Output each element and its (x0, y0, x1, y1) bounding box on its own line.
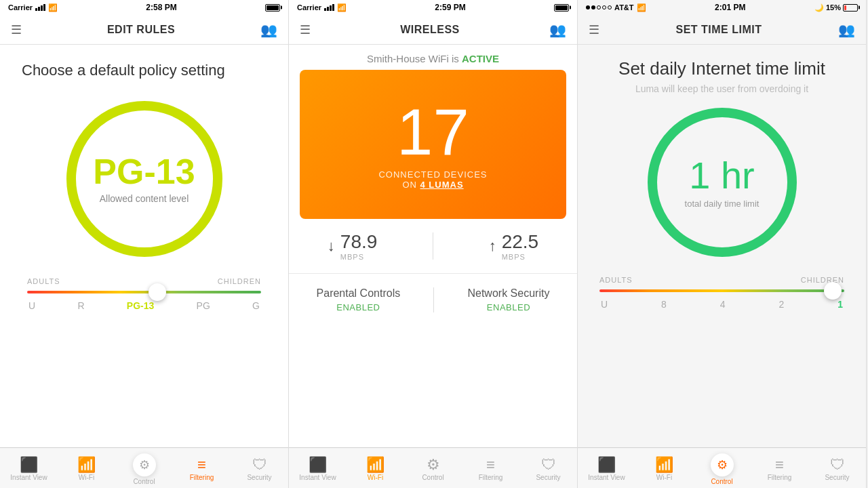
dot3 (597, 5, 601, 9)
tab-instant-view-3[interactable]: ⬛ Instant View (578, 458, 635, 481)
tab-security-2[interactable]: 🛡 Security (519, 458, 577, 481)
tab-wifi-2[interactable]: 📶 Wi-Fi (347, 458, 404, 481)
battery-fill-1 (267, 5, 279, 10)
instant-view-icon-2: ⬛ (309, 458, 327, 472)
tab-label-instant-view-1: Instant View (10, 474, 47, 481)
wifi-sym-3: 📶 (637, 3, 646, 12)
control-icon-1: ⚙ (139, 459, 150, 471)
tab-filtering-3[interactable]: ≡ Filtering (751, 458, 808, 481)
signal-2 (324, 4, 334, 11)
instant-view-icon-1: ⬛ (20, 458, 38, 472)
signal-1 (35, 4, 45, 11)
dots-signal-3 (586, 5, 612, 9)
status-bar-3: AT&T 📶 2:01 PM 🌙 15% (578, 0, 866, 15)
tab-control-2[interactable]: ⚙ Control (404, 458, 462, 481)
nav-title-2: WIRELESS (400, 24, 460, 36)
panel-wireless: Carrier 📶 2:59 PM ☰ WIRELESS 👥 Smith-Hou… (289, 0, 578, 488)
download-unit: MBPS (340, 253, 378, 261)
connected-devices-number: 17 (397, 103, 469, 161)
tick-2-3: 2 (778, 299, 784, 310)
slider-right-label: CHILDREN (218, 277, 261, 285)
panel-time-limit: AT&T 📶 2:01 PM 🌙 15% ☰ SET TIME LIMIT 👥 … (578, 0, 867, 488)
instant-view-icon-3: ⬛ (597, 458, 616, 472)
parental-controls: Parental Controls ENABLED (317, 287, 401, 312)
filtering-icon-1: ≡ (197, 458, 206, 472)
carrier-3: AT&T (614, 3, 634, 12)
security-icon-2: 🛡 (541, 458, 556, 472)
tab-wifi-3[interactable]: 📶 Wi-Fi (635, 458, 693, 481)
network-security: Network Security ENABLED (467, 287, 549, 312)
network-label: Network Security (467, 287, 549, 300)
tab-security-3[interactable]: 🛡 Security (808, 458, 866, 481)
slider-thumb-1[interactable] (149, 283, 166, 301)
users-icon-3[interactable]: 👥 (838, 22, 855, 38)
battery-icon-1 (265, 4, 280, 12)
menu-icon-3[interactable]: ☰ (589, 22, 599, 37)
menu-icon-2[interactable]: ☰ (300, 22, 311, 37)
users-icon-2[interactable]: 👥 (549, 22, 566, 38)
nav-bar-1: ☰ EDIT RULES 👥 (0, 15, 288, 45)
tab-label-wifi-1: Wi-Fi (79, 474, 94, 481)
tab-bar-3: ⬛ Instant View 📶 Wi-Fi ⚙ Control ≡ Filte… (578, 447, 866, 488)
nav-bar-2: ☰ WIRELESS 👥 (289, 15, 577, 45)
tab-label-wifi-2: Wi-Fi (368, 474, 383, 481)
time-2: 2:59 PM (435, 3, 465, 12)
security-icon-3: 🛡 (830, 458, 845, 472)
users-icon-1[interactable]: 👥 (260, 22, 277, 38)
dot4 (602, 5, 606, 9)
upload-speed: ↑ 22.5 MBPS (489, 231, 539, 261)
tab-filtering-1[interactable]: ≡ Filtering (173, 458, 231, 481)
parental-label: Parental Controls (317, 287, 401, 300)
tab-control-1[interactable]: ⚙ Control (115, 453, 173, 485)
tab-control-3[interactable]: ⚙ Control (693, 453, 751, 485)
tab-label-security-2: Security (536, 474, 560, 481)
battery-icon-3 (843, 4, 858, 12)
wifi-active-status: ACTIVE (462, 53, 499, 64)
status-bar-1: Carrier 📶 2:58 PM (0, 0, 288, 15)
slider-track-3[interactable] (599, 289, 844, 292)
security-divider-v (433, 287, 434, 312)
tab-label-control-3: Control (711, 478, 732, 485)
tab-label-security-3: Security (825, 474, 849, 481)
battery-icon-2 (554, 4, 569, 12)
tick-PG13: PG-13 (127, 300, 154, 311)
download-value-group: 78.9 MBPS (340, 231, 378, 261)
slider-labels-top: ADULTS CHILDREN (27, 277, 261, 285)
control-icon-3: ⚙ (717, 459, 728, 471)
dot1 (586, 5, 590, 9)
download-value: 78.9 (340, 231, 378, 252)
battery-1 (265, 4, 280, 12)
tab-wifi-1[interactable]: 📶 Wi-Fi (58, 458, 115, 481)
speed-divider (433, 232, 433, 260)
upload-unit: MBPS (502, 253, 539, 261)
time-circle[interactable]: 1 hr total daily time limit (648, 108, 797, 257)
wifi-sym-1: 📶 (48, 3, 58, 12)
tab-label-security-1: Security (247, 474, 271, 481)
lumas-link[interactable]: 4 LUMAS (420, 180, 464, 190)
wifi-sym-2: 📶 (337, 3, 347, 12)
control-icon-2: ⚙ (427, 458, 440, 472)
battery-2 (554, 4, 569, 12)
menu-icon-1[interactable]: ☰ (11, 22, 22, 37)
slider-track-1[interactable] (27, 291, 261, 293)
panel2-content: Smith-House WiFi is ACTIVE 17 CONNECTED … (289, 45, 577, 447)
slider-ticks-3: U 8 4 2 1 (599, 299, 844, 310)
parental-status: ENABLED (336, 302, 380, 312)
time-limit-sub: Luma will keep the user from overdoing i… (635, 83, 808, 94)
tab-circle-control-3: ⚙ (711, 453, 734, 476)
tab-bar-2: ⬛ Instant View 📶 Wi-Fi ⚙ Control ≡ Filte… (289, 447, 577, 488)
tab-filtering-2[interactable]: ≡ Filtering (462, 458, 519, 481)
tick-8-3: 8 (661, 299, 667, 310)
tab-instant-view-1[interactable]: ⬛ Instant View (0, 458, 58, 481)
status-left-3: AT&T 📶 (586, 3, 646, 12)
slider-right-label-3: CHILDREN (801, 276, 844, 284)
tab-instant-view-2[interactable]: ⬛ Instant View (289, 458, 347, 481)
speed-row: ↓ 78.9 MBPS ↑ 22.5 MBPS (289, 219, 577, 274)
time-label-sub: total daily time limit (685, 199, 760, 209)
slider-thumb-3[interactable] (824, 282, 842, 300)
rating-circle[interactable]: PG-13 Allowed content level (66, 101, 222, 257)
time-3: 2:01 PM (715, 3, 745, 12)
tab-bar-1: ⬛ Instant View 📶 Wi-Fi ⚙ Control ≡ Filte… (0, 447, 288, 488)
filtering-icon-2: ≡ (486, 458, 495, 472)
tab-security-1[interactable]: 🛡 Security (231, 458, 288, 481)
